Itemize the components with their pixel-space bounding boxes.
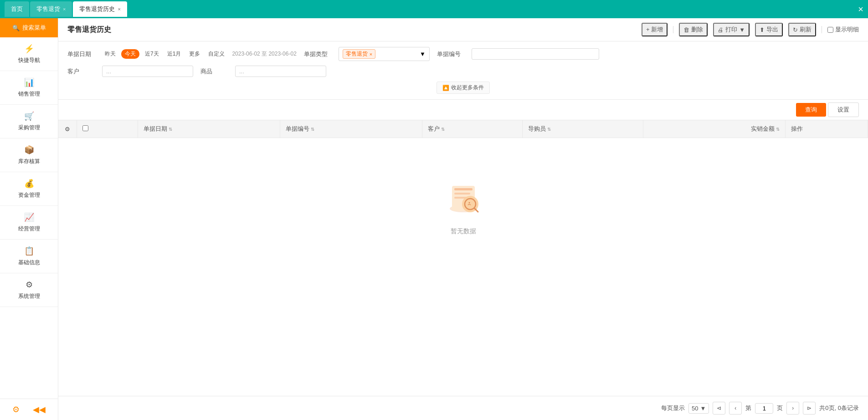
doc-no-filter-input[interactable] — [472, 48, 599, 60]
date-range-display: 2023-06-02 至 2023-06-02 — [232, 50, 296, 58]
sidebar-settings-icon[interactable]: ⚙ — [12, 405, 20, 415]
svg-rect-2 — [454, 188, 473, 190]
goods-filter-select[interactable]: ... — [235, 66, 326, 77]
refresh-icon: ↻ — [793, 26, 798, 33]
query-button[interactable]: 查询 — [796, 103, 826, 117]
page-number-input[interactable] — [755, 403, 773, 414]
sidebar-item-label: 经营管理 — [18, 225, 40, 233]
prev-page-button[interactable]: ‹ — [729, 402, 742, 415]
sidebar-item-资金管理[interactable]: 💰 资金管理 — [0, 172, 58, 206]
header-actions: + 新增 🗑 删除 🖨 打印 ▼ ⬆ 导出 ↻ 刷新 — [642, 23, 859, 36]
sidebar-item-采购管理[interactable]: 🛒 采购管理 — [0, 105, 58, 138]
col-settings[interactable]: ⚙ — [58, 120, 77, 138]
empty-icon — [441, 174, 486, 220]
new-button[interactable]: + 新增 — [642, 23, 668, 36]
export-button[interactable]: ⬆ 导出 — [755, 23, 783, 36]
collapse-row: 🔼 收起更多条件 — [67, 82, 859, 94]
col-operation: 操作 — [786, 120, 868, 138]
table-header-row: ⚙ 单据日期⇅ 单据编号⇅ 客户⇅ 导购员⇅ 实销金额⇅ 操作 — [58, 120, 868, 138]
tab-label: 零售退货历史 — [79, 5, 115, 13]
type-filter-tag: 零售退货 × — [343, 49, 375, 59]
sidebar-item-icon: 📦 — [24, 145, 34, 155]
print-button[interactable]: 🖨 打印 ▼ — [713, 23, 750, 36]
first-page-button[interactable]: ⊲ — [713, 402, 725, 415]
date-filter-group: 昨天 今天 近7天 近1月 更多 自定义 2023-06-02 至 2023-0… — [102, 49, 297, 59]
doc-no-filter-label: 单据编号 — [437, 50, 464, 58]
action-row: 查询 设置 — [58, 100, 868, 120]
page-title: 零售退货历史 — [67, 25, 111, 35]
tab-首页[interactable]: 首页 — [5, 1, 29, 17]
sidebar-item-销售管理[interactable]: 📊 销售管理 — [0, 71, 58, 105]
page-label: 第 — [745, 404, 751, 412]
col-guide[interactable]: 导购员⇅ — [522, 120, 643, 138]
empty-text: 暂无数据 — [451, 227, 476, 236]
sidebar-bottom: ⚙ ◀◀ — [0, 399, 58, 420]
next-page-button[interactable]: › — [786, 402, 799, 415]
col-customer[interactable]: 客户⇅ — [422, 120, 522, 138]
collapse-button[interactable]: 🔼 收起更多条件 — [437, 82, 490, 94]
sidebar-item-系统管理[interactable]: ⚙ 系统管理 — [0, 273, 58, 307]
filter-area: 单据日期 昨天 今天 近7天 近1月 更多 自定义 2023-06-02 至 2… — [58, 41, 868, 100]
tab-close-icon[interactable]: × — [118, 6, 120, 12]
type-filter-tag-close[interactable]: × — [370, 51, 372, 57]
sidebar-item-基础信息[interactable]: 📋 基础信息 — [0, 240, 58, 273]
window-close-button[interactable]: × — [858, 4, 863, 15]
sidebar-item-label: 基础信息 — [18, 259, 40, 266]
date-filter-label: 单据日期 — [67, 50, 95, 58]
tab-label: 零售退货 — [36, 5, 60, 13]
last-page-button[interactable]: ⊳ — [803, 402, 816, 415]
sidebar-item-icon: 💰 — [24, 179, 34, 189]
tab-零售退货[interactable]: 零售退货× — [30, 1, 72, 17]
sidebar-item-label: 快捷导航 — [18, 56, 40, 64]
print-icon: 🖨 — [718, 26, 724, 33]
divider2 — [822, 26, 822, 33]
sidebar-item-经营管理[interactable]: 📈 经营管理 — [0, 206, 58, 240]
content-area: 零售退货历史 + 新增 🗑 删除 🖨 打印 ▼ ⬆ 导出 ↻ — [58, 18, 868, 420]
select-all-checkbox[interactable] — [82, 125, 88, 131]
date-today-btn[interactable]: 今天 — [121, 49, 139, 59]
svg-point-8 — [468, 202, 470, 204]
tab-close-icon[interactable]: × — [63, 6, 66, 12]
sidebar-item-快捷导航[interactable]: ⚡ 快捷导航 — [0, 37, 58, 71]
customer-filter-select[interactable]: ... — [102, 66, 193, 77]
date-custom-btn[interactable]: 自定义 — [205, 49, 227, 59]
main-layout: 🔍 搜索菜单 ⚡ 快捷导航 📊 销售管理 🛒 采购管理 📦 库存核算 💰 资金管… — [0, 18, 868, 420]
per-page-dropdown-icon: ▼ — [700, 405, 706, 412]
table-container: ⚙ 单据日期⇅ 单据编号⇅ 客户⇅ 导购员⇅ 实销金额⇅ 操作 — [58, 120, 868, 396]
delete-button[interactable]: 🗑 删除 — [679, 23, 708, 36]
col-amount[interactable]: 实销金额⇅ — [643, 120, 786, 138]
show-detail-checkbox[interactable] — [827, 27, 833, 33]
total-info: 共0页, 0条记录 — [819, 404, 859, 412]
per-page-value: 50 — [692, 405, 698, 412]
date-7days-btn[interactable]: 近7天 — [142, 49, 162, 59]
tab-label: 首页 — [11, 5, 23, 13]
show-detail-checkbox-label[interactable]: 显示明细 — [827, 26, 859, 34]
sidebar-search-label: 搜索菜单 — [22, 24, 46, 32]
date-sort-icon: ⇅ — [169, 127, 172, 132]
setting-button[interactable]: 设置 — [828, 102, 859, 117]
date-1month-btn[interactable]: 近1月 — [164, 49, 184, 59]
goods-filter-placeholder: ... — [239, 68, 244, 75]
sidebar-item-label: 资金管理 — [18, 191, 40, 199]
sidebar-item-库存核算[interactable]: 📦 库存核算 — [0, 138, 58, 172]
customer-filter-placeholder: ... — [106, 68, 111, 75]
sidebar-search-button[interactable]: 🔍 搜索菜单 — [0, 18, 58, 37]
refresh-button[interactable]: ↻ 刷新 — [788, 23, 816, 36]
sidebar-audio-icon[interactable]: ◀◀ — [33, 405, 46, 415]
page-unit: 页 — [777, 404, 783, 412]
tab-零售退货历史[interactable]: 零售退货历史× — [73, 1, 127, 17]
col-checkbox — [77, 120, 138, 138]
type-filter-dropdown-icon: ▼ — [420, 51, 426, 57]
sidebar-item-icon: 📊 — [24, 77, 34, 87]
col-date[interactable]: 单据日期⇅ — [138, 120, 280, 138]
divider — [673, 26, 673, 33]
date-more-btn[interactable]: 更多 — [186, 49, 203, 59]
date-yesterday-btn[interactable]: 昨天 — [102, 49, 118, 59]
type-filter-select[interactable]: 零售退货 × ▼ — [339, 47, 430, 61]
per-page-select[interactable]: 50 ▼ — [688, 403, 709, 414]
sidebar-item-label: 系统管理 — [18, 292, 40, 300]
empty-state: 暂无数据 — [58, 138, 868, 272]
col-doc-no[interactable]: 单据编号⇅ — [280, 120, 422, 138]
delete-icon: 🗑 — [683, 26, 689, 33]
sidebar-item-icon: ⚡ — [24, 44, 34, 54]
